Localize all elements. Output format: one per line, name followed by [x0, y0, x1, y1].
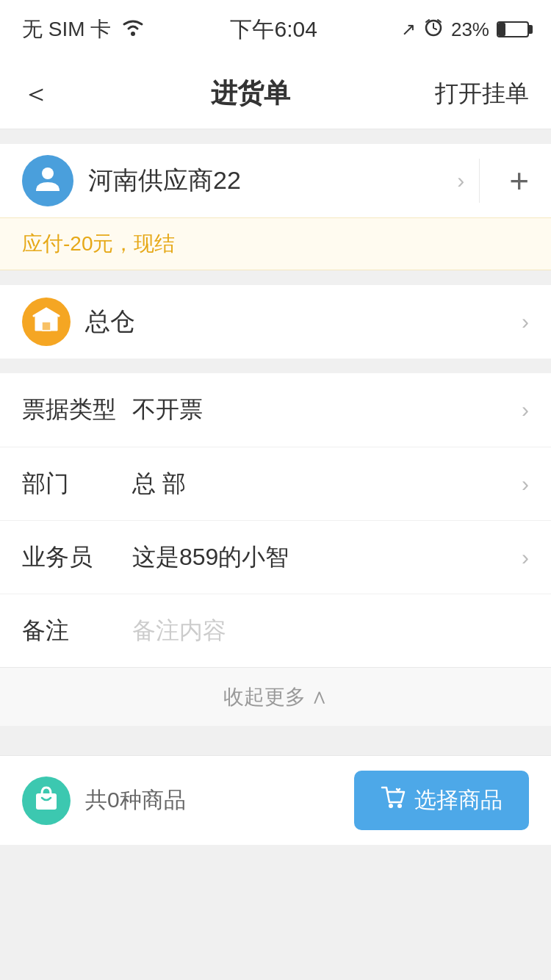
select-product-label: 选择商品: [414, 785, 503, 815]
supplier-row[interactable]: 河南供应商22 › +: [0, 144, 551, 217]
product-count: 共0种商品: [85, 785, 354, 815]
top-divider: [0, 129, 551, 144]
warehouse-icon: [32, 306, 60, 338]
svg-rect-5: [36, 793, 57, 810]
remark-label: 备注: [22, 615, 125, 647]
department-label: 部门: [22, 468, 125, 500]
supplier-chevron-icon: ›: [457, 168, 464, 193]
warehouse-chevron-icon: ›: [522, 309, 529, 334]
shopping-bag-icon: [32, 783, 61, 818]
status-bar: 无 SIM 卡 下午6:04 ↗ 23%: [0, 0, 551, 59]
open-pending-button[interactable]: 打开挂单: [435, 78, 529, 110]
cart-icon: [381, 786, 407, 815]
vertical-divider: [479, 159, 480, 203]
add-supplier-button[interactable]: +: [509, 161, 529, 201]
svg-point-6: [389, 804, 393, 808]
person-icon: [33, 163, 62, 198]
notice-text: 应付-20元，现结: [22, 232, 175, 255]
invoice-type-row[interactable]: 票据类型 不开票 ›: [0, 373, 551, 447]
page-background: [0, 845, 551, 980]
salesperson-row[interactable]: 业务员 这是859的小智 ›: [0, 520, 551, 594]
page-title: 进货单: [211, 76, 290, 112]
bottom-bar: 共0种商品 选择商品: [0, 755, 551, 845]
battery-percent: 23%: [451, 18, 489, 41]
collapse-bar[interactable]: 收起更多 ∧: [0, 667, 551, 726]
warehouse-name: 总仓: [85, 305, 522, 339]
nav-bar: ＜ 进货单 打开挂单: [0, 59, 551, 129]
supplier-avatar: [22, 155, 73, 206]
remark-row[interactable]: 备注 备注内容: [0, 594, 551, 667]
invoice-chevron-icon: ›: [522, 397, 529, 422]
department-row[interactable]: 部门 总 部 ›: [0, 447, 551, 520]
svg-point-7: [397, 804, 402, 808]
form-section: 票据类型 不开票 › 部门 总 部 › 业务员 这是859的小智 › 备注 备注…: [0, 373, 551, 726]
invoice-label: 票据类型: [22, 394, 125, 426]
product-icon-wrap: [22, 777, 71, 825]
warehouse-row[interactable]: 总仓 ›: [0, 285, 551, 359]
warehouse-icon-wrap: [22, 298, 71, 346]
select-product-button[interactable]: 选择商品: [354, 771, 529, 830]
payment-notice: 应付-20元，现结: [0, 217, 551, 270]
battery-icon: [497, 21, 529, 37]
carrier-label: 无 SIM 卡: [22, 15, 111, 43]
divider-3: [0, 359, 551, 373]
svg-point-0: [131, 32, 135, 36]
status-time: 下午6:04: [230, 15, 317, 45]
invoice-value: 不开票: [132, 394, 522, 426]
status-left: 无 SIM 卡: [22, 15, 146, 43]
remark-input[interactable]: 备注内容: [132, 615, 529, 647]
wifi-icon: [120, 17, 146, 43]
divider-2: [0, 270, 551, 285]
supplier-name: 河南供应商22: [88, 164, 457, 198]
warehouse-section: 总仓 ›: [0, 285, 551, 359]
location-icon: ↗: [401, 19, 416, 40]
department-value: 总 部: [132, 468, 522, 500]
svg-rect-4: [42, 322, 51, 331]
supplier-section: 河南供应商22 › + 应付-20元，现结: [0, 144, 551, 270]
department-chevron-icon: ›: [522, 472, 529, 497]
back-button[interactable]: ＜: [22, 75, 66, 112]
status-right: ↗ 23%: [401, 17, 529, 43]
salesperson-chevron-icon: ›: [522, 545, 529, 570]
salesperson-label: 业务员: [22, 541, 125, 574]
svg-point-2: [42, 167, 54, 179]
salesperson-value: 这是859的小智: [132, 541, 522, 574]
divider-4: [0, 726, 551, 741]
alarm-icon: [423, 17, 444, 43]
collapse-label: 收起更多 ∧: [223, 683, 328, 711]
